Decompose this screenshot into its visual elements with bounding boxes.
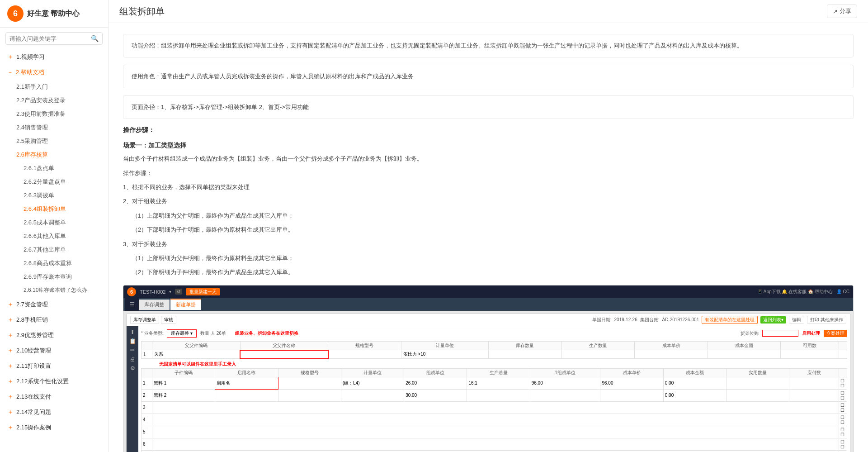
ss-td2-2-cp <box>600 389 663 401</box>
ss-th-spec: 规格型号 <box>328 341 401 350</box>
ss-dropdown: ▾ <box>169 289 171 294</box>
sidebar-item-operations[interactable]: ＋ 2.10经营管理 <box>0 343 108 358</box>
main-content: 组装拆卸单 ↗ 分享 功能介绍：组装拆卸单用来处理企业组装或拆卸等加工业务，支持… <box>108 0 868 452</box>
sidebar-item-cases[interactable]: ＋ 2.15操作案例 <box>0 420 108 435</box>
ss-th-parent-code: 父父件编码 <box>152 341 241 350</box>
ss-td2-5-num: 5 <box>142 426 152 438</box>
ss-th2-prodtotal: 生产总量 <box>467 368 530 377</box>
sidebar-item-data-prep[interactable]: 2.3使用前数据准备 <box>0 107 108 121</box>
step2-2: （2）下部明细为子件明细，最终作为原材料生成其它出库单。 <box>123 224 854 235</box>
ss-btn-edit: 编辑 <box>789 316 804 324</box>
sidebar-item-other-out[interactable]: 2.6.7其他出库单 <box>0 243 108 257</box>
ss-shelf-input[interactable] <box>762 330 798 337</box>
step3: 3、对于拆装业务 <box>123 239 854 249</box>
sidebar-item-coupon[interactable]: ＋ 2.9优惠券管理 <box>0 328 108 343</box>
ss-btn-print: 打印 其他来操作 <box>807 316 846 324</box>
sidebar-item-print[interactable]: ＋ 2.11打印设置 <box>0 358 108 374</box>
sidebar-item-finance[interactable]: ＋ 2.7资金管理 <box>0 297 108 312</box>
ss-type-switch: 库存调整 ▾ <box>167 329 197 338</box>
ss-td2-7-num: 7 <box>142 450 152 452</box>
search-box[interactable]: 🔍 <box>5 32 103 45</box>
ss-td2-1-pay <box>789 377 839 389</box>
sidebar-item-label: 2.帮助文档 <box>16 68 44 76</box>
ss-td2-3-act: ☐ ☐ <box>839 401 847 414</box>
ss-td2-1-unit: (组：L4) <box>341 377 404 389</box>
ss-td2-1-actual <box>726 377 789 389</box>
ss-type-label: * 业务类型: <box>141 330 163 337</box>
scene1-title: 场景一：加工类型选择 <box>123 142 854 150</box>
sidebar-item-inventory[interactable]: 2.6库存核算 <box>0 148 108 162</box>
plus-icon: ＋ <box>7 53 14 61</box>
ss-refresh-icon: ↺ <box>175 289 182 295</box>
ss-th2-actual: 实用数量 <box>726 368 789 377</box>
ss-annotation-process: 启用处理 <box>802 330 820 337</box>
search-icon[interactable]: 🔍 <box>91 35 99 42</box>
sidebar-item-error[interactable]: 2.6.10库存账本错了怎么办 <box>0 284 108 297</box>
sidebar-item-docs[interactable]: － 2.帮助文档 <box>0 65 108 80</box>
intro-box-1: 功能介绍：组装拆卸单用来处理企业组装或拆卸等加工业务，支持有固定装配清单的产品加… <box>123 34 854 57</box>
ss-td-name-input <box>240 350 328 359</box>
ss-th-parent-name: 父父件名称 <box>240 341 328 350</box>
ss-shelf-label: 货架位购 <box>741 330 759 337</box>
ss-field-date-label: 单据日期: <box>592 317 612 323</box>
ss-td2-5-act: ☐ ☐ <box>839 426 847 438</box>
ss-td2-2-code: 黑料 2 <box>152 389 215 401</box>
ss-td2-2-u2 <box>530 389 600 401</box>
scene1-desc: 当由多个子件材料组装成一个成品的业务为【组装】业务，当由一个父件拆分成多个子产品… <box>123 153 854 164</box>
ss-td-prod <box>561 350 635 359</box>
ss-td-action <box>839 350 847 359</box>
search-input[interactable] <box>9 35 91 42</box>
topbar: 组装拆卸单 ↗ 分享 <box>108 0 868 23</box>
sidebar-item-sales[interactable]: 2.4销售管理 <box>0 121 108 134</box>
ss-td2-1-name: 启用名 <box>215 377 278 389</box>
ss-td2-2-name <box>215 389 278 401</box>
ss-td2-2-compose: 30.00 <box>404 389 467 401</box>
step3-2: （2）下部明细为子件明细，最终作为产成品生成其它入库单。 <box>123 267 854 277</box>
ss-tab-new: 新建单据 <box>170 299 201 310</box>
ss-td2-1-cp: 96.00 <box>600 377 663 389</box>
sidebar-item-mobile[interactable]: ＋ 2.8手机旺铺 <box>0 312 108 328</box>
sidebar-item-faq[interactable]: ＋ 2.14常见问题 <box>0 404 108 420</box>
ss-user: 👤 CC <box>836 289 849 294</box>
ss-th-cost-amount: 成本金额 <box>708 341 781 350</box>
sidebar-item-check[interactable]: 2.6.1盘点单 <box>0 162 108 175</box>
sidebar-item-other-in[interactable]: 2.6.6其他入库单 <box>0 229 108 243</box>
ss-th-avail: 可用数 <box>781 341 839 350</box>
ss-td2-7-empty <box>152 450 839 452</box>
ss-td-spec <box>328 350 401 359</box>
sidebar-item-ledger[interactable]: 2.6.9库存账本查询 <box>0 270 108 284</box>
sidebar-item-videos[interactable]: ＋ 1.视频学习 <box>0 49 108 65</box>
sidebar-header: 6 好生意 帮助中心 <box>0 0 108 28</box>
ss-btn-process: 审核 <box>161 316 176 324</box>
ss-td-code: 关系 <box>152 350 241 359</box>
sidebar-item-adjust[interactable]: 2.6.3调拨单 <box>0 189 108 202</box>
ss-td-avail <box>781 350 839 359</box>
plus-icon: ＋ <box>7 377 14 385</box>
plus-icon: ＋ <box>7 331 14 339</box>
ss-td-ca <box>708 350 781 359</box>
sidebar-item-purchase[interactable]: 2.5采购管理 <box>0 134 108 148</box>
sidebar-item-label: 2.11打印设置 <box>16 362 51 370</box>
share-button[interactable]: ↗ 分享 <box>827 5 857 18</box>
sidebar-item-online-pay[interactable]: ＋ 2.13在线支付 <box>0 389 108 404</box>
sidebar-item-label: 2.9优惠券管理 <box>16 331 54 339</box>
ss-logo: 6 <box>127 287 136 296</box>
sidebar-item-split-check[interactable]: 2.6.2分量盘点单 <box>0 175 108 189</box>
sidebar-item-cost-recalc[interactable]: 2.6.8商品成本重算 <box>0 257 108 270</box>
ss-btn-save: 库存调整单 <box>130 316 159 324</box>
ss-td2-7-act: ☐ ☐ <box>839 450 847 452</box>
sidebar-item-newcomer[interactable]: 2.1新手入门 <box>0 80 108 94</box>
ss-td2-6-num: 6 <box>142 438 152 450</box>
ss-tab-inventory: 库存调整 <box>139 300 170 310</box>
sidebar-item-assembly[interactable]: 2.6.4组装拆卸单 <box>0 202 108 216</box>
sidebar-item-install[interactable]: 2.2产品安装及登录 <box>0 94 108 107</box>
ss-td2-1-spec <box>278 377 341 389</box>
sidebar-item-customize[interactable]: ＋ 2.12系统个性化设置 <box>0 374 108 389</box>
plus-icon: ＋ <box>7 393 14 401</box>
plus-icon: ＋ <box>7 316 14 324</box>
ss-td2-2-unit <box>341 389 404 401</box>
sidebar-item-cost-adjust[interactable]: 2.6.5成本调整单 <box>0 216 108 229</box>
ss-td2-2-spec <box>278 389 341 401</box>
ss-td2-2-num: 2 <box>142 389 152 401</box>
ss-title: TEST-H002 <box>140 289 165 295</box>
